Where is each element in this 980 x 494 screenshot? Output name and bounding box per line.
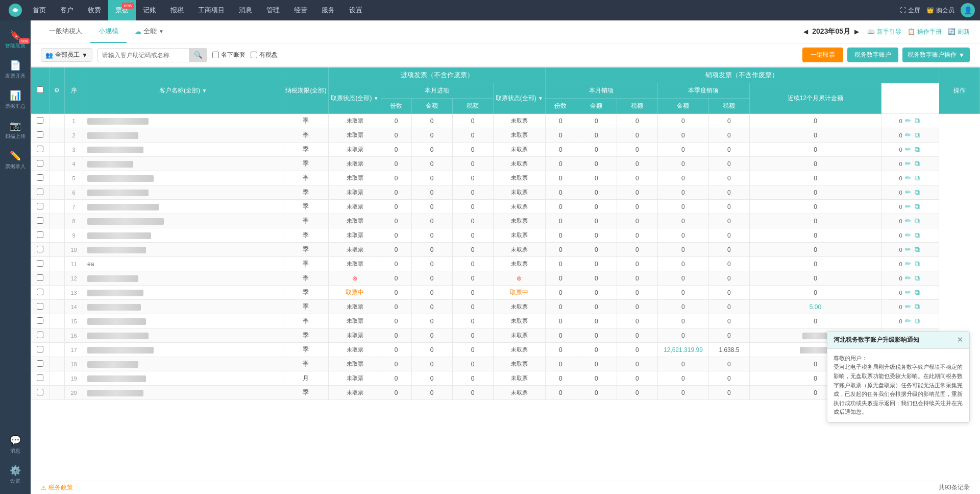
- has-taxpad-checkbox[interactable]: [251, 52, 257, 58]
- refresh-link[interactable]: 🔄 刷新: [948, 28, 970, 36]
- client-name-cell[interactable]: [83, 200, 283, 214]
- tax-digital-ops-button[interactable]: 税务数字账户操作 ▼: [902, 48, 970, 62]
- next-month-button[interactable]: ▶: [854, 28, 859, 35]
- col-fetch-status-in-header[interactable]: 取票状态(全部) ▼: [329, 83, 381, 114]
- nav-business[interactable]: 工商项目: [191, 0, 232, 20]
- edit-icon[interactable]: ✏: [905, 317, 911, 325]
- season-amount-link[interactable]: 12,621,319.99: [664, 346, 703, 354]
- row-checkbox[interactable]: [37, 174, 43, 181]
- prev-month-button[interactable]: ◀: [803, 28, 808, 35]
- row-checkbox[interactable]: [37, 246, 43, 252]
- my-accounts-checkbox-label[interactable]: 名下账套: [212, 51, 246, 59]
- client-name-cell[interactable]: [83, 271, 283, 286]
- nav-operation[interactable]: 经营: [287, 0, 314, 20]
- copy-icon[interactable]: ⧉: [915, 131, 920, 139]
- client-name-cell[interactable]: [83, 371, 283, 386]
- app-logo[interactable]: [5, 0, 26, 20]
- new-guide-link[interactable]: 📖 新手引导: [867, 28, 901, 36]
- employee-filter[interactable]: 👥 全部员工 ▼: [41, 48, 92, 62]
- col-client-header[interactable]: 客户名称(全部) ▼: [83, 67, 283, 114]
- client-name-cell[interactable]: [83, 328, 283, 343]
- copy-icon[interactable]: ⧉: [915, 288, 920, 296]
- edit-icon[interactable]: ✏: [905, 288, 911, 296]
- edit-icon[interactable]: ✏: [905, 202, 911, 210]
- copy-icon[interactable]: ⧉: [915, 116, 920, 125]
- row-checkbox[interactable]: [37, 289, 43, 295]
- client-name-cell[interactable]: [83, 157, 283, 171]
- edit-icon[interactable]: ✏: [905, 145, 911, 153]
- nav-accounting[interactable]: 记账: [136, 0, 163, 20]
- client-name-cell[interactable]: [83, 114, 283, 128]
- copy-icon[interactable]: ⧉: [915, 217, 920, 225]
- sidebar-item-smart-ticket[interactable]: 🔖 智能取票 new: [1, 26, 30, 54]
- edit-icon[interactable]: ✏: [905, 188, 911, 196]
- client-name-cell[interactable]: [83, 228, 283, 243]
- edit-icon[interactable]: ✏: [905, 159, 911, 168]
- has-taxpad-checkbox-label[interactable]: 有税盘: [251, 51, 278, 59]
- nav-home[interactable]: 首页: [26, 0, 53, 20]
- row-checkbox[interactable]: [37, 131, 43, 138]
- member-button[interactable]: 👑 购会员: [926, 6, 954, 15]
- copy-icon[interactable]: ⧉: [915, 245, 920, 253]
- nav-service[interactable]: 服务: [314, 0, 342, 20]
- client-name-cell[interactable]: [83, 343, 283, 357]
- edit-icon[interactable]: ✏: [905, 245, 911, 253]
- row-checkbox[interactable]: [37, 360, 43, 367]
- my-accounts-checkbox[interactable]: [212, 52, 219, 58]
- edit-icon[interactable]: ✏: [905, 217, 911, 225]
- one-key-tax-button[interactable]: 一键取票: [802, 48, 843, 62]
- search-button[interactable]: 🔍: [189, 48, 207, 62]
- client-name-cell[interactable]: [83, 357, 283, 371]
- fullscreen-button[interactable]: ⛶ 全屏: [900, 6, 920, 15]
- client-name-cell[interactable]: [83, 128, 283, 143]
- row-checkbox[interactable]: [37, 217, 43, 224]
- nav-tax[interactable]: 报税: [163, 0, 191, 20]
- row-checkbox[interactable]: [37, 146, 43, 152]
- nav-manage[interactable]: 管理: [259, 0, 287, 20]
- row-checkbox[interactable]: [37, 389, 43, 395]
- edit-icon[interactable]: ✏: [905, 131, 911, 139]
- client-name-cell[interactable]: ea: [83, 257, 283, 271]
- nav-message[interactable]: 消息: [232, 0, 259, 20]
- copy-icon[interactable]: ⧉: [915, 317, 920, 325]
- search-input[interactable]: [97, 48, 189, 62]
- copy-icon[interactable]: ⧉: [915, 260, 920, 268]
- subnav-all[interactable]: ☁ 全能 ▼: [127, 20, 172, 43]
- row-checkbox[interactable]: [37, 303, 43, 310]
- copy-icon[interactable]: ⧉: [915, 159, 920, 168]
- row-checkbox[interactable]: [37, 231, 43, 238]
- copy-icon[interactable]: ⧉: [915, 188, 920, 196]
- edit-icon[interactable]: ✏: [905, 174, 911, 182]
- sidebar-item-scan-upload[interactable]: 📷 扫描上传: [1, 116, 30, 144]
- edit-icon[interactable]: ✏: [905, 116, 911, 125]
- client-name-cell[interactable]: [83, 214, 283, 228]
- subnav-general-tax[interactable]: 一般纳税人: [41, 20, 90, 43]
- edit-icon[interactable]: ✏: [905, 302, 911, 311]
- row-checkbox[interactable]: [37, 117, 43, 124]
- client-name-cell[interactable]: [83, 185, 283, 200]
- client-name-cell[interactable]: [83, 314, 283, 328]
- nav-invoice[interactable]: 票据 new: [108, 0, 136, 20]
- row-checkbox[interactable]: [37, 374, 43, 381]
- client-name-cell[interactable]: [83, 143, 283, 157]
- client-name-cell[interactable]: [83, 171, 283, 185]
- client-name-cell[interactable]: [83, 300, 283, 314]
- row-checkbox[interactable]: [37, 332, 43, 338]
- copy-icon[interactable]: ⧉: [915, 274, 920, 282]
- nav-fee[interactable]: 收费: [81, 0, 108, 20]
- select-all-checkbox[interactable]: [37, 86, 43, 93]
- subnav-small-scale[interactable]: 小规模: [90, 20, 127, 43]
- row-checkbox[interactable]: [37, 260, 43, 267]
- row-checkbox[interactable]: [37, 160, 43, 167]
- copy-icon[interactable]: ⧉: [915, 302, 920, 311]
- row-checkbox[interactable]: [37, 346, 43, 352]
- tax-digital-button[interactable]: 税务数字账户: [847, 48, 898, 62]
- tax-policy-link[interactable]: ⚠ 税务政策: [41, 483, 73, 492]
- copy-icon[interactable]: ⧉: [915, 145, 920, 153]
- client-name-cell[interactable]: [83, 243, 283, 257]
- row-checkbox[interactable]: [37, 189, 43, 195]
- sidebar-item-message[interactable]: 💬 消息: [1, 431, 30, 459]
- nav-client[interactable]: 客户: [53, 0, 81, 20]
- edit-icon[interactable]: ✏: [905, 274, 911, 282]
- rolling12-link[interactable]: 5.00: [810, 303, 821, 311]
